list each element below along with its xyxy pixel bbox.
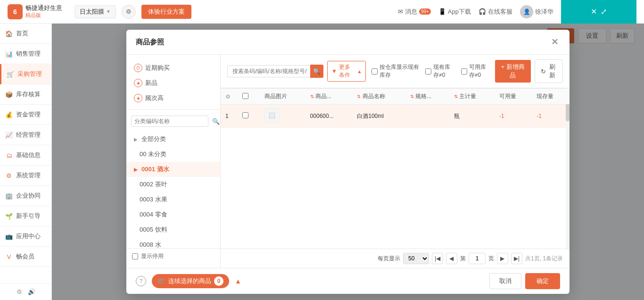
display-disabled-row: 显示停用 xyxy=(126,248,220,264)
category-0003[interactable]: 0003 水果 xyxy=(126,192,220,207)
page-suffix: 页 xyxy=(488,255,494,263)
checkbox-current-input[interactable] xyxy=(425,68,431,75)
app-download-nav-item[interactable]: 📱 App下载 xyxy=(438,8,471,16)
display-disabled-checkbox[interactable] xyxy=(132,253,138,259)
confirm-button[interactable]: 确定 xyxy=(525,273,560,289)
sidebar-item-operations[interactable]: 📈 经营管理 xyxy=(0,125,51,145)
checkbox-warehouse-stock[interactable]: 按仓库显示现有库存 xyxy=(372,63,420,79)
category-00[interactable]: 00 未分类 xyxy=(126,147,220,162)
chevron-up-icon[interactable]: ▲ xyxy=(235,277,241,285)
last-page-button[interactable]: ▶| xyxy=(511,253,522,264)
trial-button[interactable]: 体验行业方案 xyxy=(141,5,191,19)
category-0005[interactable]: 0005 饮料 xyxy=(126,222,220,237)
category-all[interactable]: ▶ 全部分类 xyxy=(126,132,220,147)
checkbox-current-stock[interactable]: 现有库存≠0 xyxy=(425,63,455,79)
cell-stock: -1 xyxy=(532,105,570,128)
filter-button[interactable]: ▼ 更多条件 ▲ xyxy=(327,61,366,82)
info-icon: 🗂 xyxy=(5,151,13,159)
sidebar-label-purchase: 采购管理 xyxy=(17,70,42,78)
top-navigation: 6 畅捷通好生意 精品版 日太阳膜 ▼ ⚙ 体验行业方案 ✉ 消息 99+ 📱 … xyxy=(0,0,644,24)
help-button[interactable]: ? xyxy=(136,276,146,286)
product-search-input[interactable] xyxy=(227,65,312,77)
first-page-button[interactable]: |◀ xyxy=(432,253,443,264)
product-search-button[interactable]: 🔍 xyxy=(310,65,323,78)
next-page-button[interactable]: ▶ xyxy=(497,253,508,264)
category-0002[interactable]: 0002 茶叶 xyxy=(126,177,220,192)
refresh-label: 刷新 xyxy=(548,63,557,80)
settings-bottom-icon[interactable]: ⚙ xyxy=(17,288,22,295)
table-settings-icon[interactable]: ⚙ xyxy=(225,93,231,100)
sidebar-item-finance[interactable]: 💰 资金管理 xyxy=(0,105,51,125)
quick-new-products[interactable]: ★ 新品 xyxy=(126,75,220,91)
row-checkbox[interactable] xyxy=(242,112,248,118)
category-0004[interactable]: 0004 零食 xyxy=(126,207,220,222)
store-dropdown[interactable]: 日太阳膜 ▼ xyxy=(74,5,116,18)
mobile-icon: 📱 xyxy=(438,8,446,15)
sidebar-item-inventory[interactable]: 📦 库存核算 xyxy=(0,84,51,105)
prev-page-button[interactable]: ◀ xyxy=(446,253,457,264)
online-service-nav-item[interactable]: 🎧 在线客服 xyxy=(479,8,512,16)
table-body: 1 🖼 xyxy=(221,105,570,128)
table-row[interactable]: 1 🖼 xyxy=(221,105,570,128)
sidebar-item-home[interactable]: 🏠 首页 xyxy=(0,24,51,44)
sidebar-item-sales[interactable]: 📊 销售管理 xyxy=(0,44,51,64)
scrollbar-track[interactable] xyxy=(566,88,570,249)
guide-icon: 🌱 xyxy=(5,212,13,220)
sidebar-item-guide[interactable]: 🌱 新手引导 xyxy=(0,206,51,226)
right-panel: 🔍 ▼ 更多条件 ▲ 按仓库显示现有库存 xyxy=(221,55,570,268)
sidebar-item-info[interactable]: 🗂 基础信息 xyxy=(0,145,51,166)
settings-gear-button[interactable]: ⚙ xyxy=(122,5,136,19)
cell-image: 🖼 xyxy=(260,105,305,128)
column-image: 商品图片 xyxy=(260,89,305,105)
store-name: 日太阳膜 xyxy=(80,8,104,16)
sidebar-label-member: 畅会员 xyxy=(16,252,34,261)
page-number-input[interactable] xyxy=(469,253,486,264)
modal-body: ⏱ 近期购买 ★ 新品 ★ 频次高 xyxy=(126,55,570,268)
quick-recent-purchase[interactable]: ⏱ 近期购买 xyxy=(126,60,220,75)
user-nav-item[interactable]: 👤 徐泽华 xyxy=(520,5,553,18)
left-panel: ⏱ 近期购买 ★ 新品 ★ 频次高 xyxy=(126,55,221,268)
messages-nav-item[interactable]: ✉ 消息 99+ xyxy=(398,8,431,16)
select-all-checkbox[interactable] xyxy=(242,93,248,99)
sidebar-label-finance: 资金管理 xyxy=(16,110,41,119)
category-search-icon[interactable]: 🔍 xyxy=(210,116,222,127)
category-0008[interactable]: 0008 水 xyxy=(126,237,220,248)
cart-badge[interactable]: 🛒 连续选择的商品 0 xyxy=(152,274,229,288)
sidebar-item-purchase[interactable]: 🛒 采购管理 xyxy=(0,64,51,84)
cell-available: -1 xyxy=(495,105,532,128)
checkbox-warehouse-input[interactable] xyxy=(372,68,378,75)
apps-icon: 📺 xyxy=(5,232,13,241)
app-download-label: App下载 xyxy=(448,8,471,16)
table-header-row: ⚙ 商品图片 xyxy=(221,89,570,105)
filter-checkboxes: 按仓库显示现有库存 现有库存≠0 可用库存≠0 xyxy=(372,63,491,79)
per-page-select[interactable]: 50 100 200 xyxy=(403,253,429,264)
system-icon: ⚙ xyxy=(5,171,13,180)
modal-close-button[interactable]: ✕ xyxy=(549,36,560,48)
column-name[interactable]: ⇅ 商品名称 xyxy=(352,89,405,105)
category-search-input[interactable] xyxy=(131,116,208,127)
message-label: 消息 xyxy=(405,8,417,16)
refresh-button[interactable]: ↻ 刷新 xyxy=(535,59,563,83)
username: 徐泽华 xyxy=(535,8,553,16)
modal-title: 商品参照 xyxy=(136,38,164,47)
logo-sub: 精品版 xyxy=(25,12,62,19)
cancel-button[interactable]: 取消 xyxy=(489,273,521,289)
category-0002-label: 0002 茶叶 xyxy=(140,180,167,189)
column-code[interactable]: ⇅ 商品... xyxy=(305,89,353,105)
sidebar-item-enterprise[interactable]: 🏢 企业协同 xyxy=(0,186,51,206)
quick-high-frequency[interactable]: ★ 频次高 xyxy=(126,91,220,106)
sidebar-item-member[interactable]: V 畅会员 xyxy=(0,247,51,267)
sidebar-label-guide: 新手引导 xyxy=(16,212,41,220)
sidebar-item-apps[interactable]: 📺 应用中心 xyxy=(0,226,51,247)
product-table-container: ⚙ 商品图片 xyxy=(221,88,570,249)
column-checkbox xyxy=(238,89,260,105)
category-0001[interactable]: ▶ 0001 酒水 xyxy=(126,162,220,177)
sidebar-item-system[interactable]: ⚙ 系统管理 xyxy=(0,166,51,186)
column-unit[interactable]: ⇅ 主计量 xyxy=(449,89,495,105)
volume-icon[interactable]: 🔊 xyxy=(28,288,35,295)
checkbox-available-stock[interactable]: 可用库存≠0 xyxy=(461,63,491,79)
sidebar-bottom: ⚙ 🔊 xyxy=(0,283,51,300)
checkbox-available-input[interactable] xyxy=(461,68,467,75)
column-spec[interactable]: ⇅ 规格... xyxy=(405,89,449,105)
add-product-button[interactable]: + 新增商品 xyxy=(495,60,531,83)
